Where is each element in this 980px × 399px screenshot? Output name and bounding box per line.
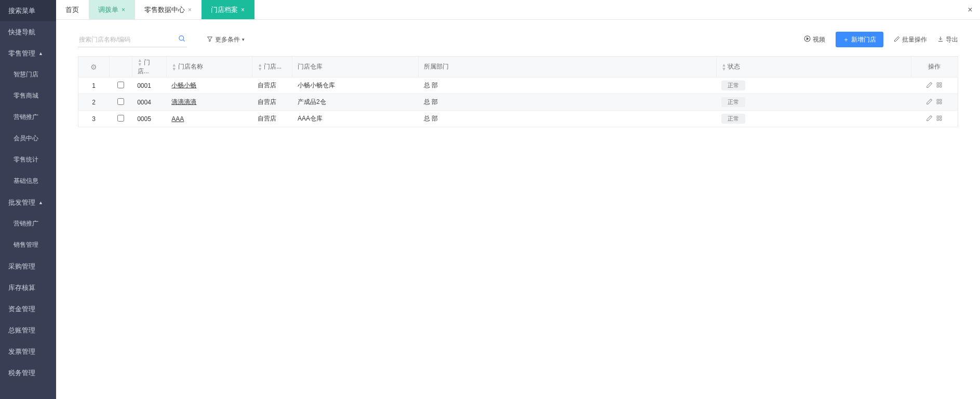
cell-checkbox — [109, 94, 132, 111]
cell-code: 0005 — [132, 111, 166, 127]
th-status[interactable]: ▲▼状态 — [716, 57, 911, 77]
edit-row-icon[interactable] — [926, 82, 933, 90]
sort-icon: ▲▼ — [172, 63, 177, 71]
sidebar-sub-basicinfo[interactable]: 基础信息 — [0, 170, 56, 192]
sidebar-sub-retailmall[interactable]: 零售商城 — [0, 85, 56, 107]
row-checkbox[interactable] — [117, 98, 124, 105]
store-table: ⚙ ▲▼门店... ▲▼门店名称 ▲▼门店... 门店仓库 所属部门 ▲▼状态 … — [78, 56, 958, 127]
cell-name: 滴滴滴滴 — [166, 94, 252, 111]
chevron-up-icon: ▲ — [38, 200, 43, 205]
sidebar-item-retail[interactable]: 零售管理▲ — [0, 43, 56, 64]
sidebar-item-wholesale[interactable]: 批发管理▲ — [0, 192, 56, 213]
cell-code: 0004 — [132, 94, 166, 111]
sidebar-item-inventory[interactable]: 库存核算 — [0, 277, 56, 298]
tabs-close-all[interactable]: × — [960, 0, 980, 20]
cell-idx: 3 — [78, 111, 110, 127]
svg-rect-14 — [940, 116, 942, 117]
close-icon[interactable]: × — [241, 6, 245, 14]
sidebar-sub-marketing[interactable]: 营销推广 — [0, 107, 56, 128]
status-badge: 正常 — [721, 97, 745, 107]
tab-home[interactable]: 首页 — [56, 0, 89, 19]
tab-retaildata[interactable]: 零售数据中心× — [135, 0, 202, 19]
gear-icon: ⚙ — [90, 63, 97, 71]
svg-rect-10 — [940, 99, 942, 101]
cell-name: 小畅小畅 — [166, 77, 252, 94]
export-icon — [937, 36, 944, 44]
search-input[interactable] — [78, 32, 187, 47]
th-op: 操作 — [911, 57, 958, 77]
close-icon[interactable]: × — [188, 6, 192, 14]
svg-marker-4 — [807, 37, 808, 39]
sidebar-item-funds[interactable]: 资金管理 — [0, 298, 56, 320]
svg-rect-7 — [937, 85, 938, 87]
sidebar-item-invoice[interactable]: 发票管理 — [0, 341, 56, 362]
cell-op — [911, 94, 958, 111]
cell-status: 正常 — [716, 77, 911, 94]
cell-idx: 1 — [78, 77, 110, 94]
status-badge: 正常 — [721, 81, 745, 90]
tab-transfer[interactable]: 调拨单× — [89, 0, 135, 19]
filter-button[interactable]: 更多条件 ▾ — [207, 35, 245, 44]
svg-marker-2 — [208, 37, 212, 42]
svg-rect-5 — [937, 83, 938, 84]
search-icon[interactable] — [178, 35, 186, 44]
store-name-link[interactable]: AAA — [171, 115, 184, 123]
cell-checkbox — [109, 111, 132, 127]
sidebar-item-search-menu[interactable]: 搜索菜单 — [0, 0, 56, 21]
search-wrap — [78, 32, 187, 47]
tab-storearchive[interactable]: 门店档案× — [202, 0, 254, 19]
th-gear[interactable]: ⚙ — [78, 57, 110, 77]
th-store[interactable]: 门店仓库 — [292, 57, 419, 77]
sidebar-item-purchase[interactable]: 采购管理 — [0, 256, 56, 277]
video-button[interactable]: 视频 — [804, 35, 825, 44]
th-code[interactable]: ▲▼门店... — [132, 57, 166, 77]
table-row[interactable]: 10001小畅小畅自营店小畅小畅仓库总 部正常 — [78, 77, 958, 94]
svg-rect-11 — [937, 102, 938, 103]
sidebar-item-ledger[interactable]: 总账管理 — [0, 320, 56, 341]
sort-icon: ▲▼ — [722, 63, 727, 71]
svg-rect-6 — [940, 83, 942, 84]
table-row[interactable]: 30005AAA自营店AAA仓库总 部正常 — [78, 111, 958, 127]
sidebar-sub-sales[interactable]: 销售管理 — [0, 234, 56, 256]
close-icon[interactable]: × — [122, 6, 125, 14]
cell-idx: 2 — [78, 94, 110, 111]
edit-row-icon[interactable] — [926, 99, 933, 107]
batch-button[interactable]: 批量操作 — [894, 35, 927, 44]
sidebar-item-tax[interactable]: 税务管理 — [0, 362, 56, 383]
export-button[interactable]: 导出 — [937, 35, 958, 44]
edit-row-icon[interactable] — [926, 115, 933, 123]
cell-store: 小畅小畅仓库 — [292, 77, 419, 94]
toolbar: 更多条件 ▾ 视频 ＋ 新增门店 — [78, 30, 958, 49]
sidebar-sub-marketing2[interactable]: 营销推广 — [0, 213, 56, 234]
sidebar-sub-smartstore[interactable]: 智慧门店 — [0, 64, 56, 85]
th-dept[interactable]: 所属部门 — [419, 57, 716, 77]
row-checkbox[interactable] — [117, 82, 124, 88]
row-checkbox[interactable] — [117, 115, 124, 122]
cell-type: 自营店 — [252, 94, 292, 111]
sort-icon: ▲▼ — [138, 58, 142, 66]
th-checkbox — [109, 57, 132, 77]
store-name-link[interactable]: 小畅小畅 — [171, 82, 196, 89]
cell-op — [911, 77, 958, 94]
more-row-icon[interactable] — [936, 82, 943, 90]
cell-checkbox — [109, 77, 132, 94]
cell-type: 自营店 — [252, 77, 292, 94]
th-type[interactable]: ▲▼门店... — [252, 57, 292, 77]
more-row-icon[interactable] — [936, 115, 943, 123]
svg-rect-16 — [940, 118, 942, 120]
cell-status: 正常 — [716, 94, 911, 111]
more-row-icon[interactable] — [936, 99, 943, 107]
th-name[interactable]: ▲▼门店名称 — [166, 57, 252, 77]
tabs: 首页 调拨单× 零售数据中心× 门店档案× × — [56, 0, 980, 20]
main: 首页 调拨单× 零售数据中心× 门店档案× × 更多条件 ▾ — [56, 0, 980, 399]
sidebar-item-quicknav[interactable]: 快捷导航 — [0, 21, 56, 43]
svg-rect-8 — [940, 85, 942, 87]
sidebar-sub-member[interactable]: 会员中心 — [0, 128, 56, 149]
svg-rect-15 — [937, 118, 938, 120]
store-name-link[interactable]: 滴滴滴滴 — [171, 98, 196, 105]
table-row[interactable]: 20004滴滴滴滴自营店产成品2仓总 部正常 — [78, 94, 958, 111]
sidebar-sub-retailstats[interactable]: 零售统计 — [0, 149, 56, 170]
add-store-button[interactable]: ＋ 新增门店 — [836, 32, 883, 47]
svg-line-1 — [183, 39, 184, 41]
cell-dept: 总 部 — [419, 111, 716, 127]
